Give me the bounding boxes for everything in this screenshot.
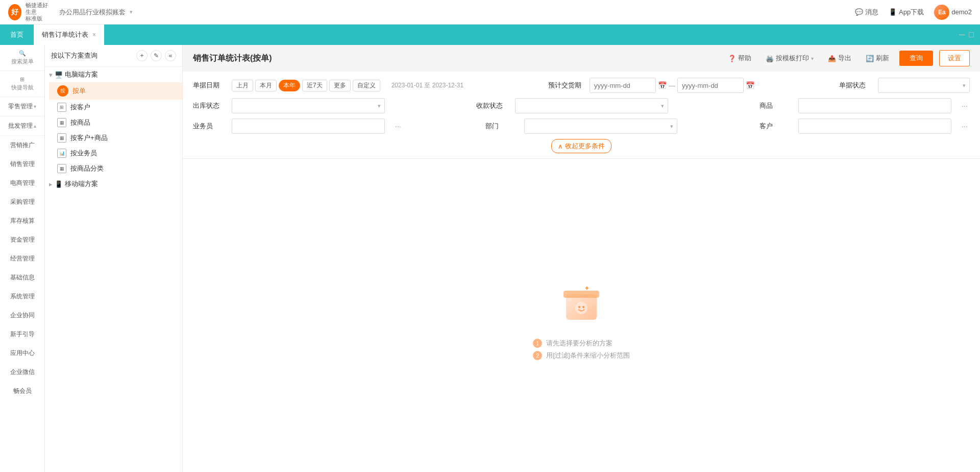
refresh-btn[interactable]: 🔄 刷新 [862, 52, 893, 65]
date-btn-custom[interactable]: 自定义 [353, 80, 380, 91]
date-btn-last-month[interactable]: 上月 [232, 80, 253, 91]
sidebar-item-inventory[interactable]: 库存核算 [0, 211, 44, 230]
expected-date-start[interactable] [590, 78, 656, 93]
user-profile[interactable]: Ea demo2 [934, 5, 972, 20]
left-panel-title: 按以下方案查询 [51, 51, 97, 60]
search-icon: 🔍 [19, 50, 26, 57]
help-icon: ❓ [728, 55, 736, 62]
maximize-btn[interactable]: □ [969, 30, 974, 39]
department-select-wrap [524, 119, 677, 134]
sidebar-group-retail: 零售管理 ▾ [0, 97, 44, 116]
svg-point-5 [578, 306, 580, 308]
mobile-section-icon: 📱 [55, 180, 63, 188]
download-icon: 📱 [889, 8, 897, 16]
date-separator: — [669, 82, 675, 89]
order-status-select[interactable] [878, 78, 970, 93]
filter-row-2: 出库状态 收款状态 商品 [193, 98, 970, 113]
sidebar-item-wechat[interactable]: 企业微信 [0, 363, 44, 382]
sidebar-item-system[interactable]: 系统管理 [0, 287, 44, 306]
sidebar-item-finance[interactable]: 资金管理 [0, 230, 44, 249]
add-scheme-btn[interactable]: + [136, 50, 148, 61]
svg-rect-1 [564, 291, 599, 298]
expected-date-label: 预计交货期 [548, 81, 581, 90]
settings-btn[interactable]: 设置 [939, 50, 970, 66]
tree-item-by-product[interactable]: ▦ 按商品 [49, 115, 182, 130]
date-btn-this-year[interactable]: 本年 [279, 80, 300, 91]
sidebar-item-ecommerce[interactable]: 电商管理 [0, 174, 44, 193]
customer-dots[interactable]: ··· [960, 122, 970, 130]
message-btn[interactable]: 💬 消息 [855, 8, 878, 17]
sidebar-item-member[interactable]: 畅会员 [0, 382, 44, 400]
user-avatar: Ea [934, 5, 949, 20]
product-input[interactable] [798, 98, 951, 113]
empty-hints: 1 请先选择要分析的方案 2 用[过滤]条件来缩小分析范围 [533, 339, 629, 360]
app-download-btn[interactable]: 📱 App下载 [889, 8, 924, 17]
department-select[interactable] [524, 119, 677, 134]
query-btn[interactable]: 查询 [899, 51, 933, 66]
topbar: 好 畅捷通好生意 标准版 办公用品行业模拟账套 ▾ 💬 消息 📱 App下载 E… [0, 0, 980, 25]
by-customer-product-icon: ▦ [57, 133, 66, 143]
delivery-status-select[interactable] [232, 98, 385, 113]
edit-scheme-btn[interactable]: ✎ [151, 50, 162, 61]
help-btn[interactable]: ❓ 帮助 [724, 52, 755, 65]
tab-home[interactable]: 首页 [0, 25, 34, 45]
sidebar-item-newbie[interactable]: 新手引导 [0, 325, 44, 344]
tree-item-by-product-category[interactable]: ▦ 按商品分类 [49, 161, 182, 176]
date-btn-last-7[interactable]: 近7天 [302, 80, 327, 91]
tree-item-by-customer-product[interactable]: ▦ 按客户+商品 [49, 130, 182, 146]
department-label: 部门 [485, 122, 516, 131]
sidebar-item-enterprise[interactable]: 企业协同 [0, 306, 44, 325]
sidebar-item-wholesale[interactable]: 批发管理 ▴ [0, 116, 44, 135]
empty-illustration: ✦ ≡ [551, 271, 612, 333]
calendar-start-icon[interactable]: 📅 [658, 81, 667, 89]
sidebar-item-sales[interactable]: 销售管理 [0, 155, 44, 174]
expected-date-end[interactable] [677, 78, 744, 93]
title-dropdown-icon[interactable]: ▾ [130, 9, 133, 15]
date-btn-this-month[interactable]: 本月 [255, 80, 277, 91]
product-dots[interactable]: ··· [960, 102, 970, 110]
collapse-btn[interactable]: ∧ 收起更多条件 [551, 139, 611, 153]
sidebar-item-retail[interactable]: 零售管理 ▾ [0, 97, 44, 116]
sidebar-item-purchase[interactable]: 采购管理 [0, 193, 44, 211]
empty-hint-2: 2 用[过滤]条件来缩小分析范围 [533, 351, 629, 360]
salesperson-input[interactable] [232, 119, 385, 134]
by-order-icon: 按 [57, 85, 68, 97]
svg-point-4 [575, 302, 587, 314]
date-btn-more[interactable]: 更多 [329, 80, 351, 91]
tab-sales-order[interactable]: 销售订单统计表 × [34, 25, 104, 45]
svg-text:≡: ≡ [569, 297, 572, 303]
tree-item-by-order[interactable]: 按 按单 [49, 82, 182, 100]
print-btn[interactable]: 🖨️ 按模板打印 ▾ [762, 52, 818, 65]
print-icon: 🖨️ [766, 55, 774, 62]
left-panel-actions: + ✎ « [136, 50, 176, 61]
tab-close-btn[interactable]: × [92, 31, 96, 38]
mobile-section-header[interactable]: ▸ 📱 移动端方案 [45, 176, 182, 192]
order-date-label: 单据日期 [193, 81, 224, 90]
payment-status-select[interactable] [515, 98, 668, 113]
pc-tree-list: 按 按单 ⊞ 按客户 ▦ 按商品 ▦ 按客户+商品 📊 按业务员 ▦ 按商品分类 [45, 82, 182, 176]
customer-label: 客户 [760, 122, 790, 131]
salesperson-dots[interactable]: ··· [393, 122, 403, 130]
export-icon: 📤 [828, 55, 836, 62]
pc-section-icon: 🖥️ [55, 71, 63, 79]
sidebar-quick-nav[interactable]: ⊞ 快捷导航 [0, 71, 44, 97]
export-btn[interactable]: 📤 导出 [824, 52, 855, 65]
tree-item-by-salesperson[interactable]: 📊 按业务员 [49, 146, 182, 161]
page-title-area: 销售订单统计表(按单) ❓ 帮助 🖨️ 按模板打印 ▾ 📤 导出 🔄 刷新 [183, 45, 980, 72]
tree-item-by-customer[interactable]: ⊞ 按客户 [49, 100, 182, 115]
empty-hint-1: 1 请先选择要分析的方案 [533, 339, 612, 348]
sidebar-item-operations[interactable]: 经营管理 [0, 249, 44, 268]
page-title: 销售订单统计表(按单) [193, 53, 272, 64]
sidebar-search[interactable]: 🔍 搜索菜单 [0, 45, 44, 71]
calendar-end-icon[interactable]: 📅 [746, 81, 754, 89]
sidebar-item-base[interactable]: 基础信息 [0, 268, 44, 287]
wholesale-arrow-icon: ▴ [34, 123, 36, 129]
main-layout: 🔍 搜索菜单 ⊞ 快捷导航 零售管理 ▾ 批发管理 ▴ 营销推广 销售管理 电商… [0, 45, 980, 472]
minimize-btn[interactable]: ─ [959, 30, 965, 39]
sidebar-item-marketing[interactable]: 营销推广 [0, 136, 44, 155]
pc-section-header[interactable]: ▾ 🖥️ 电脑端方案 [45, 67, 182, 82]
customer-input[interactable] [798, 119, 951, 134]
sidebar-item-apps[interactable]: 应用中心 [0, 344, 44, 363]
collapse-panel-btn[interactable]: « [165, 50, 176, 61]
by-customer-icon: ⊞ [57, 103, 66, 112]
